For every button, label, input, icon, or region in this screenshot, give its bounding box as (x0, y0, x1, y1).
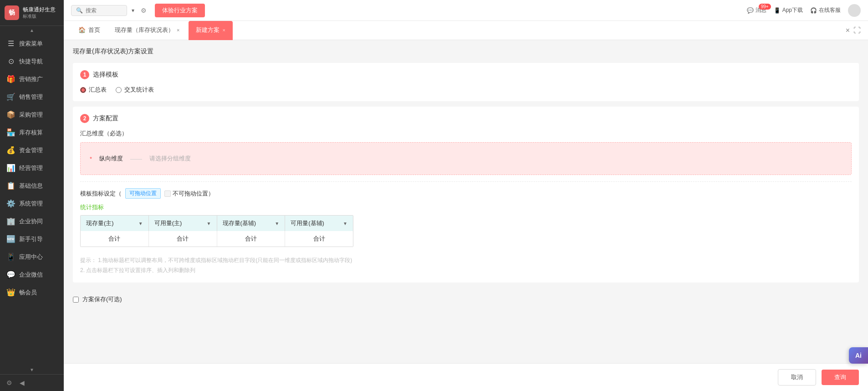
sidebar-item-basic[interactable]: 📋 基础信息 (0, 177, 64, 195)
search-dropdown-icon[interactable]: ▾ (132, 7, 134, 14)
search-box[interactable]: 🔍 (71, 5, 127, 16)
sidebar-item-label: 营销推广 (19, 75, 43, 83)
stats-col-avail-main[interactable]: 可用量(主) ▼ (149, 216, 217, 231)
col-arrow-avail-aux[interactable]: ▼ (343, 221, 347, 226)
purchase-icon: 📦 (6, 110, 15, 119)
basic-icon: 📋 (6, 181, 15, 190)
sidebar-scroll-down[interactable]: ▼ (0, 365, 64, 374)
sidebar-item-label: 搜索菜单 (19, 40, 43, 48)
radio-cross-input[interactable] (116, 87, 122, 93)
tab-new-scheme[interactable]: 新建方案 × (189, 21, 232, 40)
experience-button[interactable]: 体验行业方案 (155, 4, 205, 17)
query-button[interactable]: 查询 (822, 370, 859, 385)
app-icon: 📱 (774, 7, 781, 14)
home-icon: 🏠 (78, 26, 86, 33)
page: 现存量(库存状况表)方案设置 1 选择模板 汇总表 交叉统计表 (64, 40, 868, 316)
non-draggable-badge[interactable]: 不可拖动位置） (164, 190, 214, 198)
sidebar-item-label: 企业协同 (19, 217, 43, 226)
search-icon: 🔍 (76, 7, 83, 14)
col-arrow-avail-main[interactable]: ▼ (207, 221, 211, 226)
col-arrow-current-main[interactable]: ▼ (138, 221, 143, 226)
stats-col-avail-aux[interactable]: 可用量(基辅) ▼ (285, 216, 353, 231)
summary-dim-label: 汇总维度（必选） (80, 129, 852, 138)
step1-section: 1 选择模板 汇总表 交叉统计表 (73, 63, 859, 101)
sidebar-item-quick-nav[interactable]: ⊙ 快捷导航 (0, 52, 64, 70)
step2-header: 2 方案配置 (80, 114, 852, 123)
message-button[interactable]: 💬 消息 99+ (747, 6, 766, 14)
tab-home-label: 首页 (88, 26, 100, 34)
sidebar-item-label: 新手引导 (19, 235, 43, 243)
col-label-avail-aux: 可用量(基辅) (291, 219, 324, 227)
bottom-bar: 取消 查询 (64, 363, 868, 391)
col-arrow-current-aux[interactable]: ▼ (275, 221, 279, 226)
enterprise-icon: 🏢 (6, 217, 15, 226)
collapse-icon[interactable]: ◀ (20, 379, 25, 386)
tab-inventory-status[interactable]: 现存量（库存状况表） × (107, 21, 187, 40)
radio-summary-input[interactable] (80, 87, 86, 93)
sidebar-item-purchase[interactable]: 📦 采购管理 (0, 106, 64, 123)
content-area: 现存量(库存状况表)方案设置 1 选择模板 汇总表 交叉统计表 (64, 40, 868, 363)
avatar (848, 4, 861, 17)
logo-icon: 畅 (5, 5, 19, 20)
sidebar: 畅 畅康通好生意 标准版 ▲ ☰ 搜索菜单 ⊙ 快捷导航 🎁 营销推广 🛒 销售… (0, 0, 64, 391)
ai-fab-button[interactable]: Ai (849, 347, 868, 364)
page-title: 现存量(库存状况表)方案设置 (73, 47, 859, 56)
stats-table-header: 现存量(主) ▼ 可用量(主) ▼ 现存量(基辅) ▼ 可用量(基辅) (81, 216, 353, 231)
step1-title: 选择模板 (93, 71, 118, 79)
cancel-button[interactable]: 取消 (778, 369, 816, 386)
message-badge: 99+ (759, 4, 771, 10)
settings-icon[interactable]: ⚙ (6, 379, 12, 386)
dimension-box[interactable]: * 纵向维度 —— 请选择分组维度 (80, 142, 852, 175)
tab-expand-ctrl[interactable]: ⛶ (853, 26, 861, 35)
sidebar-item-finance[interactable]: 💰 资金管理 (0, 141, 64, 159)
dimension-label: 纵向维度 (99, 154, 123, 163)
sidebar-item-guide[interactable]: 🆕 新手引导 (0, 230, 64, 248)
col-label-current-main: 现存量(主) (86, 219, 114, 227)
user-menu[interactable] (848, 4, 861, 17)
guide-icon: 🆕 (6, 235, 15, 243)
tab-inventory-close[interactable]: × (177, 27, 179, 33)
app-download-button[interactable]: 📱 App下载 (774, 6, 803, 14)
sidebar-item-enterprise[interactable]: 🏢 企业协同 (0, 212, 64, 230)
sidebar-item-label: 应用中心 (19, 253, 43, 261)
sidebar-item-system[interactable]: ⚙️ 系统管理 (0, 195, 64, 212)
message-icon: 💬 (747, 7, 754, 14)
step2-badge: 2 (80, 114, 89, 123)
sidebar-item-label: 畅会员 (19, 288, 37, 297)
gear-icon[interactable]: ⚙ (141, 7, 147, 14)
step2-title: 方案配置 (93, 114, 118, 123)
sidebar-item-operations[interactable]: 📊 经营管理 (0, 159, 64, 177)
sidebar-item-member[interactable]: 👑 畅会员 (0, 283, 64, 301)
sidebar-item-inventory[interactable]: 🏪 库存核算 (0, 123, 64, 141)
sidebar-nav: ☰ 搜索菜单 ⊙ 快捷导航 🎁 营销推广 🛒 销售管理 📦 采购管理 🏪 库存核… (0, 35, 64, 365)
radio-cross[interactable]: 交叉统计表 (116, 86, 154, 94)
inventory-icon: 🏪 (6, 128, 15, 137)
topbar-right: 💬 消息 99+ 📱 App下载 🎧 在线客服 (747, 4, 861, 17)
service-button[interactable]: 🎧 在线客服 (810, 6, 841, 14)
draggable-badge[interactable]: 可拖动位置 (125, 188, 161, 199)
tab-new-scheme-close[interactable]: × (222, 27, 225, 33)
non-draggable-label: 不可拖动位置） (173, 190, 214, 198)
cell-0-3: 合计 (285, 231, 353, 247)
step1-header: 1 选择模板 (80, 70, 852, 79)
sidebar-item-apps[interactable]: 📱 应用中心 (0, 248, 64, 266)
cell-0-0: 合计 (81, 231, 149, 247)
tab-close-ctrl[interactable]: × (846, 26, 850, 35)
stats-col-current-main[interactable]: 现存量(主) ▼ (81, 216, 149, 231)
sidebar-scroll-up[interactable]: ▲ (0, 26, 64, 35)
save-checkbox[interactable] (73, 297, 79, 303)
step2-section: 2 方案配置 汇总维度（必选） * 纵向维度 —— 请选择分组维度 模板指标设定… (73, 107, 859, 283)
sidebar-item-marketing[interactable]: 🎁 营销推广 (0, 70, 64, 88)
dimension-placeholder: 请选择分组维度 (149, 154, 191, 163)
indicator-setting: 模板指标设定（ 可拖动位置 不可拖动位置） (80, 188, 852, 199)
radio-summary[interactable]: 汇总表 (80, 86, 107, 94)
search-input[interactable] (86, 7, 122, 14)
stats-col-current-aux[interactable]: 现存量(基辅) ▼ (217, 216, 286, 231)
tips-section: 提示： 1.拖动标题栏可以调整布局，不可跨维度或指标区域拖动栏目字段(只能在同一… (80, 256, 852, 275)
cell-0-2: 合计 (217, 231, 286, 247)
tab-home[interactable]: 🏠 首页 (71, 21, 107, 40)
radio-cross-label: 交叉统计表 (124, 86, 154, 94)
sidebar-item-sales[interactable]: 🛒 销售管理 (0, 88, 64, 106)
sidebar-item-search[interactable]: ☰ 搜索菜单 (0, 35, 64, 52)
sidebar-item-wechat[interactable]: 💬 企业微信 (0, 266, 64, 283)
